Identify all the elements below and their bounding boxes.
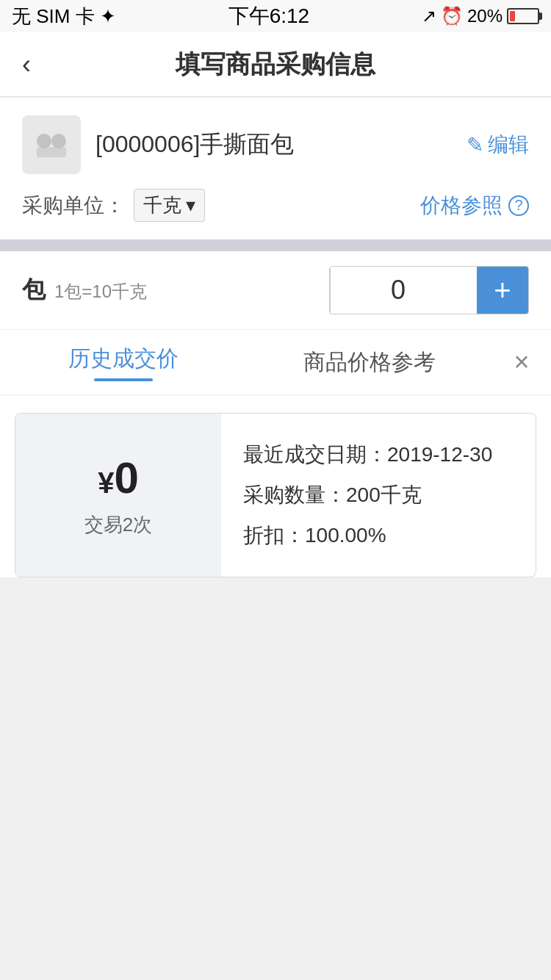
tab-section: 历史成交价 商品价格参考 × ¥0 交易2次 最近成交日期：2019-12-30: [0, 330, 551, 577]
tab-bar: 历史成交价 商品价格参考 ×: [0, 330, 551, 395]
main-content: 历史成交价 商品价格参考 × ¥0 交易2次 最近成交日期：2019-12-30: [0, 330, 551, 771]
unit-label: 采购单位：: [22, 192, 125, 220]
section-divider: [0, 239, 551, 251]
status-left: 无 SIM 卡 ✦: [12, 4, 116, 29]
svg-point-0: [37, 134, 51, 148]
product-header: [0000006]手撕面包 ✎ 编辑: [22, 115, 529, 174]
price-reference-button[interactable]: 价格参照 ?: [420, 192, 529, 220]
page-title: 填写商品采购信息: [176, 48, 375, 82]
detail-discount: 折扣：100.00%: [243, 521, 514, 550]
tab-close-button[interactable]: ×: [492, 330, 551, 394]
unit-selector[interactable]: 千克 ▾: [134, 189, 205, 222]
svg-point-1: [51, 134, 66, 148]
price-card-left: ¥0 交易2次: [15, 414, 221, 577]
status-right: ↗ ⏰ 20%: [422, 6, 539, 26]
help-icon: ?: [508, 195, 529, 216]
quantity-unit-main: 包: [22, 274, 46, 306]
quantity-row: 包 1包=10千克 +: [0, 251, 551, 329]
sim-status: 无 SIM 卡 ✦: [12, 4, 116, 29]
edit-icon: ✎: [467, 133, 483, 157]
price-card-right: 最近成交日期：2019-12-30 采购数量：200千克 折扣：100.00%: [221, 414, 536, 577]
tab-active-indicator: [94, 378, 153, 381]
quantity-unit-sub: 1包=10千克: [54, 280, 147, 303]
trade-count: 交易2次: [84, 512, 152, 538]
tab-price-reference[interactable]: 商品价格参考: [246, 330, 492, 394]
price-amount: ¥0: [98, 453, 139, 503]
status-time: 下午6:12: [228, 2, 310, 30]
product-thumbnail: [22, 115, 81, 174]
product-unit-row: 采购单位： 千克 ▾ 价格参照 ?: [22, 189, 529, 222]
quantity-plus-button[interactable]: +: [477, 267, 528, 314]
price-card: ¥0 交易2次 最近成交日期：2019-12-30 采购数量：200千克 折扣：…: [15, 413, 536, 577]
svg-rect-2: [37, 147, 66, 157]
tab-history-price[interactable]: 历史成交价: [0, 330, 246, 394]
edit-button[interactable]: ✎ 编辑: [467, 131, 529, 159]
product-name: [0000006]手撕面包: [96, 129, 294, 161]
unit-left: 采购单位： 千克 ▾: [22, 189, 205, 222]
quantity-input[interactable]: [330, 267, 477, 314]
location-icon: ↗: [422, 6, 436, 26]
battery-percent: 20%: [467, 6, 503, 26]
status-bar: 无 SIM 卡 ✦ 下午6:12 ↗ ⏰ 20%: [0, 0, 551, 32]
alarm-icon: ⏰: [441, 6, 463, 26]
back-button[interactable]: ‹: [0, 49, 53, 80]
currency-symbol: ¥: [98, 466, 114, 499]
chevron-down-icon: ▾: [186, 194, 195, 217]
battery-icon: [507, 8, 539, 24]
detail-date: 最近成交日期：2019-12-30: [243, 440, 514, 469]
quantity-label: 包 1包=10千克: [22, 274, 147, 306]
product-logo-icon: [29, 123, 73, 167]
nav-bar: ‹ 填写商品采购信息: [0, 32, 551, 97]
product-info-left: [0000006]手撕面包: [22, 115, 294, 174]
detail-quantity: 采购数量：200千克: [243, 480, 514, 509]
quantity-control: +: [329, 266, 529, 314]
product-section: [0000006]手撕面包 ✎ 编辑 采购单位： 千克 ▾ 价格参照 ?: [0, 98, 551, 239]
